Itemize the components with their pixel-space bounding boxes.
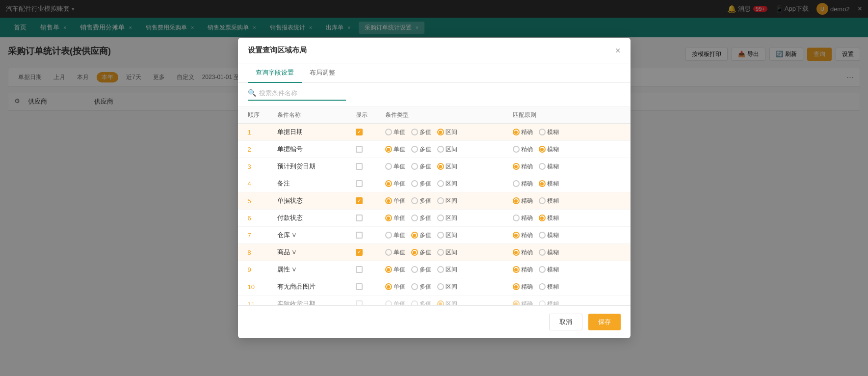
- cell-display[interactable]: [356, 146, 385, 153]
- match-radio-精确[interactable]: 精确: [513, 162, 533, 171]
- type-radio-多值[interactable]: 多值: [411, 248, 431, 257]
- cell-display[interactable]: [356, 266, 385, 273]
- radio-circle: [385, 215, 392, 221]
- type-radio-单值[interactable]: 单值: [385, 128, 405, 136]
- cell-display[interactable]: [356, 163, 385, 170]
- display-checkbox[interactable]: [356, 163, 363, 170]
- cell-name: 单据编号: [277, 145, 356, 154]
- type-radio-单值[interactable]: 单值: [385, 300, 405, 306]
- radio-circle: [539, 146, 546, 153]
- radio-circle: [437, 300, 444, 305]
- dialog-header: 设置查询区域布局 ×: [238, 38, 631, 63]
- cell-display[interactable]: [356, 249, 385, 256]
- type-radio-单值[interactable]: 单值: [385, 231, 405, 240]
- tab-query-fields[interactable]: 查询字段设置: [248, 63, 302, 83]
- type-radio-多值[interactable]: 多值: [411, 266, 431, 274]
- type-radio-区间[interactable]: 区间: [437, 145, 457, 154]
- type-radio-多值[interactable]: 多值: [411, 162, 431, 171]
- save-button[interactable]: 保存: [588, 314, 621, 330]
- type-radio-单值[interactable]: 单值: [385, 145, 405, 154]
- type-radio-多值[interactable]: 多值: [411, 128, 431, 136]
- dialog-search-area: 🔍: [238, 83, 631, 107]
- type-radio-多值[interactable]: 多值: [411, 145, 431, 154]
- display-checkbox[interactable]: [356, 249, 363, 256]
- display-checkbox[interactable]: [356, 266, 363, 273]
- dialog-close-btn[interactable]: ×: [615, 46, 621, 55]
- radio-circle: [385, 232, 392, 239]
- type-radio-区间[interactable]: 区间: [437, 248, 457, 257]
- cell-order: 7: [248, 232, 277, 239]
- type-radio-区间[interactable]: 区间: [437, 266, 457, 274]
- cell-display[interactable]: [356, 129, 385, 135]
- match-radio-模糊[interactable]: 模糊: [539, 283, 559, 291]
- cell-match: 精确模糊: [513, 180, 631, 188]
- match-radio-精确[interactable]: 精确: [513, 214, 533, 222]
- type-radio-区间[interactable]: 区间: [437, 283, 457, 291]
- tab-layout-adjust[interactable]: 布局调整: [302, 63, 343, 83]
- type-radio-区间[interactable]: 区间: [437, 214, 457, 222]
- cancel-button[interactable]: 取消: [549, 314, 582, 330]
- display-checkbox[interactable]: [356, 232, 363, 239]
- match-radio-精确[interactable]: 精确: [513, 145, 533, 154]
- type-radio-多值[interactable]: 多值: [411, 300, 431, 306]
- type-radio-区间[interactable]: 区间: [437, 300, 457, 306]
- match-radio-精确[interactable]: 精确: [513, 197, 533, 205]
- type-radio-单值[interactable]: 单值: [385, 248, 405, 257]
- type-radio-单值[interactable]: 单值: [385, 180, 405, 188]
- match-radio-精确[interactable]: 精确: [513, 300, 533, 306]
- type-radio-单值[interactable]: 单值: [385, 214, 405, 222]
- cell-display[interactable]: [356, 283, 385, 290]
- search-input[interactable]: [259, 89, 338, 97]
- match-radio-模糊[interactable]: 模糊: [539, 300, 559, 306]
- radio-circle: [385, 180, 392, 187]
- cell-match: 精确模糊: [513, 128, 631, 136]
- type-radio-区间[interactable]: 区间: [437, 231, 457, 240]
- display-checkbox[interactable]: [356, 129, 363, 135]
- type-radio-区间[interactable]: 区间: [437, 180, 457, 188]
- type-radio-多值[interactable]: 多值: [411, 231, 431, 240]
- match-radio-精确[interactable]: 精确: [513, 248, 533, 257]
- match-radio-模糊[interactable]: 模糊: [539, 231, 559, 240]
- match-radio-精确[interactable]: 精确: [513, 283, 533, 291]
- match-radio-模糊[interactable]: 模糊: [539, 248, 559, 257]
- cell-display[interactable]: [356, 300, 385, 305]
- match-radio-模糊[interactable]: 模糊: [539, 145, 559, 154]
- type-radio-单值[interactable]: 单值: [385, 197, 405, 205]
- cell-display[interactable]: [356, 180, 385, 187]
- match-radio-模糊[interactable]: 模糊: [539, 162, 559, 171]
- type-radio-多值[interactable]: 多值: [411, 214, 431, 222]
- cell-order: 11: [248, 300, 277, 306]
- display-checkbox[interactable]: [356, 215, 363, 221]
- type-radio-单值[interactable]: 单值: [385, 162, 405, 171]
- match-radio-模糊[interactable]: 模糊: [539, 180, 559, 188]
- match-radio-精确[interactable]: 精确: [513, 180, 533, 188]
- type-radio-单值[interactable]: 单值: [385, 266, 405, 274]
- match-radio-模糊[interactable]: 模糊: [539, 197, 559, 205]
- display-checkbox[interactable]: [356, 283, 363, 290]
- type-radio-区间[interactable]: 区间: [437, 128, 457, 136]
- cell-display[interactable]: [356, 232, 385, 239]
- type-radio-区间[interactable]: 区间: [437, 197, 457, 205]
- match-radio-模糊[interactable]: 模糊: [539, 214, 559, 222]
- cell-display[interactable]: [356, 215, 385, 221]
- cell-order: 6: [248, 215, 277, 222]
- match-radio-模糊[interactable]: 模糊: [539, 266, 559, 274]
- radio-circle: [411, 180, 418, 187]
- match-radio-精确[interactable]: 精确: [513, 128, 533, 136]
- display-checkbox[interactable]: [356, 180, 363, 187]
- match-radio-精确[interactable]: 精确: [513, 266, 533, 274]
- cell-display[interactable]: [356, 197, 385, 204]
- table-row: 1单据日期单值多值区间精确模糊: [238, 124, 631, 141]
- type-radio-多值[interactable]: 多值: [411, 180, 431, 188]
- display-checkbox[interactable]: [356, 146, 363, 153]
- radio-circle: [513, 180, 520, 187]
- type-radio-多值[interactable]: 多值: [411, 197, 431, 205]
- display-checkbox[interactable]: [356, 300, 363, 305]
- cell-type: 单值多值区间: [385, 214, 513, 222]
- display-checkbox[interactable]: [356, 197, 363, 204]
- match-radio-精确[interactable]: 精确: [513, 231, 533, 240]
- type-radio-多值[interactable]: 多值: [411, 283, 431, 291]
- match-radio-模糊[interactable]: 模糊: [539, 128, 559, 136]
- type-radio-区间[interactable]: 区间: [437, 162, 457, 171]
- type-radio-单值[interactable]: 单值: [385, 283, 405, 291]
